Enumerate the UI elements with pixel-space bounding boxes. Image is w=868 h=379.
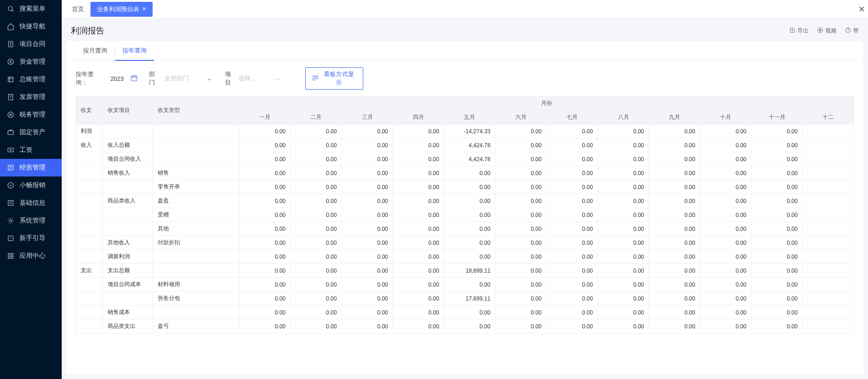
cell-val: 0.00 [444,320,495,333]
calendar-icon[interactable] [130,74,138,83]
sub-tab-year[interactable]: 按年查询 [115,41,154,60]
cell-val: 0.00 [239,124,290,138]
export-button[interactable]: 导出 [789,27,809,35]
cell-val: 0.00 [341,166,392,180]
close-icon[interactable]: ✕ [142,6,146,12]
cell-a: 收入 [76,138,103,152]
cell-val: 0.00 [598,236,649,250]
table-scroll[interactable]: 收支 收支项目 收支类型 月份 一月二月三月四月五月六月七月八月九月十月十一月十… [66,96,863,374]
cell-b [103,208,153,222]
svg-rect-15 [11,254,13,255]
cell-val: 0.00 [700,152,751,166]
sidebar-item-7[interactable]: 固定资产 [0,124,62,141]
cell-val: 0.00 [341,222,392,236]
page-actions: 导出 视频 帮 [789,27,859,35]
cell-a [76,180,103,194]
cell-val: 0.00 [598,278,649,292]
cell-b: 其他收入 [103,236,153,250]
cell-val: 0.00 [495,250,547,264]
cell-val: 0.00 [598,306,649,320]
sidebar-item-13[interactable]: 新手引导 [0,229,62,247]
cell-c: 材料领用 [153,278,239,292]
cell-val: 0.00 [547,292,598,306]
sub-tab-month[interactable]: 按月查询 [76,41,115,60]
year-input[interactable]: 2023 [108,74,127,83]
cell-val: 0.00 [290,236,341,250]
table-row: 收入收入总额0.000.000.000.004,424.780.000.000.… [76,138,854,152]
kanban-icon [312,75,319,83]
sys-icon [6,216,15,225]
tab-home[interactable]: 首页 [65,2,90,17]
video-button[interactable]: 视频 [817,27,836,35]
cell-val: 0.00 [290,250,341,264]
cell-val: 0.00 [495,124,547,138]
cell-val: 0.00 [547,306,598,320]
cell-val: 17,699.11 [444,292,495,306]
cell-val: 0.00 [290,152,341,166]
sidebar-item-label: 快捷导航 [19,22,45,31]
sidebar-item-3[interactable]: 资金管理 [0,53,62,71]
table-row: 零售开单0.000.000.000.000.000.000.000.000.00… [76,180,854,194]
tax-icon [6,111,15,119]
salary-icon [6,146,15,154]
cell-val: 0.00 [444,208,495,222]
cell-val: 0.00 [649,194,700,208]
sidebar-item-12[interactable]: 系统管理 [0,212,62,229]
svg-rect-11 [8,201,13,206]
th-month-group: 月份 [239,97,854,111]
cell-val: 0.00 [393,208,444,222]
sidebar-item-label: 项目合同 [19,40,45,48]
sidebar-item-5[interactable]: 发票管理 [0,88,62,106]
cell-val: 0.00 [598,292,649,306]
sidebar-item-14[interactable]: 应用中心 [0,247,62,265]
cell-val: 0.00 [598,208,649,222]
cell-c [153,138,239,152]
cell-val: 0.00 [341,236,392,250]
cell-val [803,166,854,180]
cell-val: 0.00 [444,306,495,320]
cell-val: 0.00 [547,124,598,138]
cell-val: 0.00 [341,138,392,152]
sidebar-item-0[interactable]: 搜索菜单 [0,0,62,18]
cell-val: 0.00 [495,222,547,236]
cell-val: 0.00 [649,306,700,320]
cell-a [76,278,103,292]
cell-val: 0.00 [700,124,751,138]
svg-rect-16 [8,256,10,258]
cell-val: 0.00 [393,320,444,333]
cell-val: 0.00 [598,124,649,138]
sidebar-item-11[interactable]: 基础信息 [0,194,62,212]
kanban-button[interactable]: 看板方式显示 [305,67,363,90]
sidebar-item-2[interactable]: 项目合同 [0,35,62,53]
cell-val [803,278,854,292]
cell-val: 0.00 [700,320,751,333]
svg-rect-23 [316,76,318,78]
table-row: 支出支出总额0.000.000.000.0018,699.110.000.000… [76,264,854,278]
dept-label: 部门 [149,70,159,87]
cell-c [153,264,239,278]
page-title: 利润报告 [71,25,104,36]
sidebar-item-1[interactable]: 快捷导航 [0,18,62,35]
sidebar-item-9[interactable]: 经营管理 [0,159,62,176]
close-all-icon[interactable]: ✕ [858,0,865,19]
sidebar-item-8[interactable]: 工资 [0,141,62,159]
cell-val [803,306,854,320]
help-button[interactable]: 帮 [845,27,859,35]
cell-val: 0.00 [547,278,598,292]
cell-val: 0.00 [598,194,649,208]
cell-val [803,180,854,194]
sidebar-item-4[interactable]: 总账管理 [0,71,62,88]
cell-val: 0.00 [752,236,803,250]
cell-val: 0.00 [239,320,290,333]
cell-val: 0.00 [495,292,547,306]
table-row: 调拨利润0.000.000.000.000.000.000.000.000.00… [76,250,854,264]
sidebar-item-6[interactable]: 税务管理 [0,106,62,124]
cell-val: 0.00 [239,208,290,222]
dept-select[interactable]: 全部部门 ⌄ [163,73,214,84]
project-select[interactable]: 选择... ··· [238,74,294,83]
tab-active[interactable]: 业务利润预估表 ✕ [90,2,153,17]
th-col-b: 收支项目 [103,97,153,124]
cell-val: 0.00 [393,264,444,278]
sidebar-item-10[interactable]: 小畅报销 [0,176,62,194]
cell-val [803,236,854,250]
